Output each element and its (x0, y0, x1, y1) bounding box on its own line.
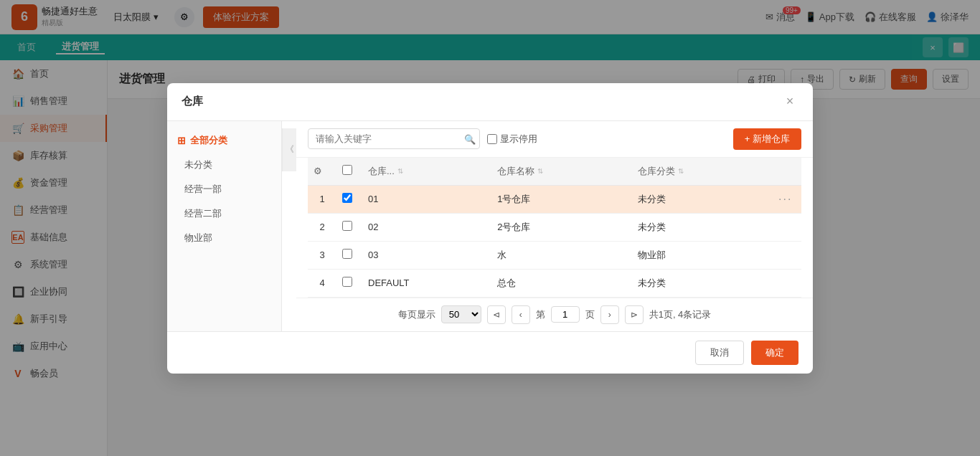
table-row[interactable]: 3 03 水 物业部 (308, 241, 801, 269)
dialog-title: 仓库 (182, 95, 203, 108)
category-all[interactable]: ⊞ 全部分类 (167, 128, 281, 153)
dialog-pagination: 每页显示 50 100 200 ⊲ ‹ 第 页 › ⊳ 共1页, 4条记录 (296, 298, 813, 331)
category-dept1[interactable]: 经营一部 (167, 177, 281, 201)
row-checkbox[interactable] (342, 221, 352, 231)
sort-icon-name: ⇅ (537, 167, 543, 175)
warehouse-table: ⚙ 仓库... ⇅ 仓库名称 (308, 158, 801, 298)
cell-num: 1 (308, 185, 336, 213)
cell-code: 01 (362, 185, 491, 213)
cell-actions (773, 213, 801, 241)
search-input[interactable] (308, 128, 480, 149)
search-wrap: 🔍 (308, 128, 480, 149)
sidebar-collapse-btn[interactable]: 《 (282, 128, 296, 171)
row-checkbox[interactable] (342, 249, 352, 259)
table-row[interactable]: 4 DEFAULT 总仓 未分类 (308, 269, 801, 297)
show-disabled-label[interactable]: 显示停用 (487, 133, 537, 146)
th-checkbox (336, 158, 362, 186)
dialog-footer: 取消 确定 (167, 331, 813, 374)
th-category-label: 仓库分类 (638, 165, 675, 178)
grid-icon: ⊞ (177, 135, 186, 146)
page-summary: 共1页, 4条记录 (649, 308, 712, 321)
cell-name: 2号仓库 (491, 213, 632, 241)
table-body: 1 01 1号仓库 未分类 ··· 2 02 2号仓库 未分类 3 03 水 物… (308, 185, 801, 297)
dialog-close-btn[interactable]: × (781, 93, 798, 110)
category-dept2[interactable]: 经营二部 (167, 201, 281, 226)
category-unclassified[interactable]: 未分类 (167, 153, 281, 177)
last-page-btn[interactable]: ⊳ (625, 305, 644, 324)
dialog-toolbar: 🔍 显示停用 + 新增仓库 (296, 121, 813, 158)
per-page-label: 每页显示 (398, 308, 435, 321)
cell-category: 未分类 (632, 185, 773, 213)
page-number-input[interactable] (551, 306, 580, 323)
th-code[interactable]: 仓库... ⇅ (362, 158, 491, 186)
page-unit: 页 (585, 308, 595, 321)
cell-actions (773, 269, 801, 297)
first-page-btn[interactable]: ⊲ (487, 305, 506, 324)
cell-category: 未分类 (632, 269, 773, 297)
sort-icon-category: ⇅ (678, 167, 684, 175)
dialog-main-area: 🔍 显示停用 + 新增仓库 ⚙ (296, 121, 813, 331)
dialog-header: 仓库 × (167, 83, 813, 121)
dialog-body: ⊞ 全部分类 未分类 经营一部 经营二部 物业部 《 🔍 (167, 121, 813, 331)
show-disabled-checkbox[interactable] (487, 134, 497, 144)
cell-category: 物业部 (632, 241, 773, 269)
cell-code: DEFAULT (362, 269, 491, 297)
cell-code: 03 (362, 241, 491, 269)
dialog-table-wrap: ⚙ 仓库... ⇅ 仓库名称 (296, 158, 813, 298)
cell-checkbox[interactable] (336, 185, 362, 213)
next-page-btn[interactable]: › (600, 305, 619, 324)
cell-name: 总仓 (491, 269, 632, 297)
th-settings: ⚙ (308, 158, 336, 186)
dialog-category-sidebar: ⊞ 全部分类 未分类 经营一部 经营二部 物业部 (167, 121, 282, 331)
per-page-select[interactable]: 50 100 200 (441, 305, 481, 323)
th-code-label: 仓库... (368, 165, 395, 178)
th-name-label: 仓库名称 (497, 165, 534, 178)
cell-actions: ··· (773, 185, 801, 213)
search-icon[interactable]: 🔍 (464, 133, 476, 144)
cell-checkbox[interactable] (336, 269, 362, 297)
warehouse-dialog: 仓库 × ⊞ 全部分类 未分类 经营一部 经营二部 物业部 《 (167, 83, 813, 374)
page-label: 第 (536, 308, 545, 321)
th-name[interactable]: 仓库名称 ⇅ (491, 158, 632, 186)
cell-category: 未分类 (632, 213, 773, 241)
row-checkbox[interactable] (342, 193, 352, 203)
table-row[interactable]: 1 01 1号仓库 未分类 ··· (308, 185, 801, 213)
cell-actions (773, 241, 801, 269)
cell-num: 4 (308, 269, 336, 297)
th-category[interactable]: 仓库分类 ⇅ (632, 158, 773, 186)
cell-code: 02 (362, 213, 491, 241)
cell-checkbox[interactable] (336, 213, 362, 241)
row-actions-btn[interactable]: ··· (778, 193, 792, 205)
category-all-label: 全部分类 (190, 134, 227, 147)
table-row[interactable]: 2 02 2号仓库 未分类 (308, 213, 801, 241)
th-actions (773, 158, 801, 186)
prev-page-btn[interactable]: ‹ (512, 305, 530, 324)
cell-name: 1号仓库 (491, 185, 632, 213)
select-all-checkbox[interactable] (342, 165, 352, 175)
show-disabled-text: 显示停用 (500, 133, 537, 146)
cell-num: 3 (308, 241, 336, 269)
category-property[interactable]: 物业部 (167, 226, 281, 250)
dialog-overlay: 仓库 × ⊞ 全部分类 未分类 经营一部 经营二部 物业部 《 (0, 0, 980, 456)
confirm-btn[interactable]: 确定 (751, 341, 798, 365)
sort-icon-code: ⇅ (397, 167, 403, 175)
cell-num: 2 (308, 213, 336, 241)
cell-name: 水 (491, 241, 632, 269)
cell-checkbox[interactable] (336, 241, 362, 269)
cancel-btn[interactable]: 取消 (695, 341, 744, 365)
row-checkbox[interactable] (342, 277, 352, 287)
table-header-row: ⚙ 仓库... ⇅ 仓库名称 (308, 158, 801, 186)
add-warehouse-btn[interactable]: + 新增仓库 (733, 128, 801, 150)
